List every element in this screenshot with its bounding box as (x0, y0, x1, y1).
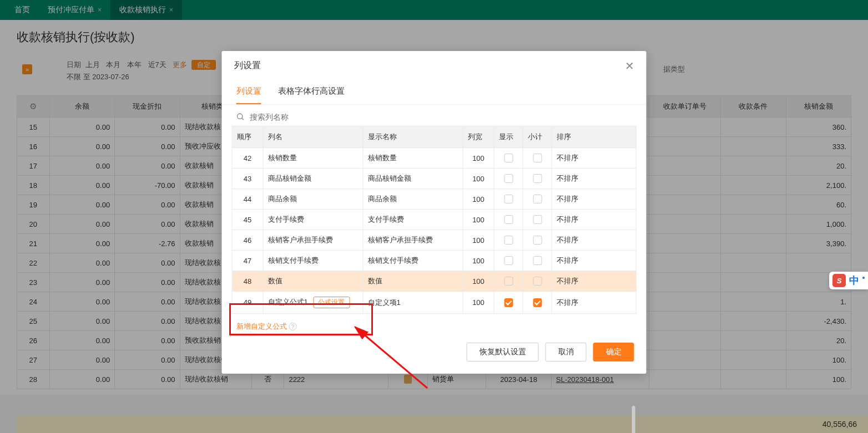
col-display-name[interactable]: 商品余额 (363, 189, 463, 210)
col-name: 数值 (263, 271, 363, 292)
col-display-name[interactable]: 核销支付手续费 (363, 251, 463, 271)
col-seq: 42 (232, 148, 263, 169)
cols-row[interactable]: 43商品核销金额商品核销金额100不排序 (232, 169, 636, 189)
col-name: 支付手续费 (263, 210, 363, 230)
cols-th: 显示名称 (363, 126, 463, 148)
col-name: 自定义公式1 公式设置 (263, 292, 363, 314)
col-sort[interactable]: 不排序 (552, 189, 636, 210)
col-sort[interactable]: 不排序 (552, 210, 636, 230)
col-sort[interactable]: 不排序 (552, 148, 636, 169)
col-name: 核销支付手续费 (263, 251, 363, 271)
modal-tab-columns[interactable]: 列设置 (236, 83, 261, 104)
modal-scrollbar[interactable] (632, 406, 635, 433)
col-seq: 49 (232, 292, 263, 314)
col-sort[interactable]: 不排序 (552, 271, 636, 292)
col-width[interactable]: 100 (463, 189, 494, 210)
col-width[interactable]: 100 (463, 148, 494, 169)
col-seq: 48 (232, 271, 263, 292)
col-sort[interactable]: 不排序 (552, 292, 636, 314)
cols-th: 列宽 (463, 126, 494, 148)
col-display-name[interactable]: 自定义项1 (363, 292, 463, 314)
col-display-name[interactable]: 核销数量 (363, 148, 463, 169)
col-name: 核销客户承担手续费 (263, 230, 363, 251)
columns-table: 顺序列名显示名称列宽显示小计排序 42核销数量核销数量100不排序43商品核销金… (232, 126, 637, 314)
ok-button[interactable]: 确定 (593, 343, 634, 361)
col-seq: 45 (232, 210, 263, 230)
help-icon[interactable]: ? (289, 323, 297, 330)
col-display-name[interactable]: 支付手续费 (363, 210, 463, 230)
show-checkbox[interactable] (504, 277, 513, 286)
ime-indicator[interactable]: S 中 (829, 272, 868, 289)
cols-row[interactable]: 47核销支付手续费核销支付手续费100不排序 (232, 251, 636, 271)
subtotal-checkbox[interactable] (533, 215, 542, 224)
subtotal-checkbox[interactable] (533, 277, 542, 286)
col-seq: 46 (232, 230, 263, 251)
show-checkbox[interactable] (504, 174, 513, 183)
col-seq: 47 (232, 251, 263, 271)
col-name: 商品核销金额 (263, 169, 363, 189)
subtotal-checkbox[interactable] (533, 195, 542, 203)
col-display-name[interactable]: 核销客户承担手续费 (363, 230, 463, 251)
cols-row[interactable]: 46核销客户承担手续费核销客户承担手续费100不排序 (232, 230, 636, 251)
col-sort[interactable]: 不排序 (552, 169, 636, 189)
subtotal-checkbox[interactable] (533, 174, 542, 183)
col-sort[interactable]: 不排序 (552, 230, 636, 251)
ime-dot-icon (862, 277, 865, 279)
col-width[interactable]: 100 (463, 230, 494, 251)
column-settings-modal: 列设置 ✕ 列设置 表格字体行高设置 顺序列名显示名称列宽显示小计排序 42核销… (222, 51, 647, 374)
modal-title: 列设置 (234, 60, 261, 72)
col-width[interactable]: 100 (463, 292, 494, 314)
subtotal-checkbox[interactable] (533, 256, 542, 265)
cols-row[interactable]: 49自定义公式1 公式设置自定义项1100不排序 (232, 292, 636, 314)
ime-language-zh: 中 (849, 274, 859, 287)
cols-th: 小计 (523, 126, 552, 148)
show-checkbox[interactable] (504, 236, 513, 244)
cols-th: 显示 (494, 126, 523, 148)
col-display-name[interactable]: 数值 (363, 271, 463, 292)
cols-row[interactable]: 48数值数值100不排序 (232, 271, 636, 292)
add-formula-link[interactable]: 新增自定义公式? (222, 314, 311, 335)
subtotal-checkbox[interactable] (533, 236, 542, 244)
show-checkbox[interactable] (504, 256, 513, 265)
ime-sogou-icon: S (832, 274, 846, 287)
col-sort[interactable]: 不排序 (552, 251, 636, 271)
formula-settings-button[interactable]: 公式设置 (313, 297, 350, 308)
show-checkbox[interactable] (504, 195, 513, 203)
cancel-button[interactable]: 取消 (546, 343, 587, 361)
col-width[interactable]: 100 (463, 251, 494, 271)
modal-tab-fontrow[interactable]: 表格字体行高设置 (278, 83, 345, 104)
subtotal-checkbox[interactable] (533, 154, 542, 162)
modal-close-button[interactable]: ✕ (625, 60, 634, 72)
cols-row[interactable]: 42核销数量核销数量100不排序 (232, 148, 636, 169)
col-width[interactable]: 100 (463, 169, 494, 189)
show-checkbox[interactable] (504, 154, 513, 162)
col-display-name[interactable]: 商品核销金额 (363, 169, 463, 189)
cols-row[interactable]: 45支付手续费支付手续费100不排序 (232, 210, 636, 230)
search-columns-input[interactable] (250, 113, 632, 121)
col-name: 商品余额 (263, 189, 363, 210)
svg-point-0 (238, 114, 243, 119)
search-icon (236, 113, 245, 121)
restore-default-button[interactable]: 恢复默认设置 (467, 343, 539, 361)
cols-row[interactable]: 44商品余额商品余额100不排序 (232, 189, 636, 210)
col-width[interactable]: 100 (463, 271, 494, 292)
col-seq: 44 (232, 189, 263, 210)
svg-line-1 (242, 118, 244, 120)
cols-th: 列名 (263, 126, 363, 148)
col-width[interactable]: 100 (463, 210, 494, 230)
show-checkbox[interactable] (504, 215, 513, 224)
cols-th: 顺序 (232, 126, 263, 148)
col-seq: 43 (232, 169, 263, 189)
col-name: 核销数量 (263, 148, 363, 169)
subtotal-checkbox[interactable] (533, 298, 542, 307)
cols-th: 排序 (552, 126, 636, 148)
show-checkbox[interactable] (504, 298, 513, 307)
